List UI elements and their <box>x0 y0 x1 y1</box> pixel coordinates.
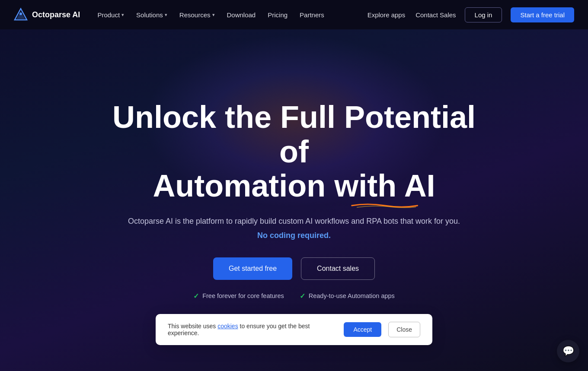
nav-right: Explore apps Contact Sales Log in Start … <box>368 7 574 22</box>
hero-buttons: Get started free Contact sales <box>110 257 478 280</box>
chevron-down-icon: ▾ <box>165 12 167 18</box>
cookies-link[interactable]: cookies <box>217 323 238 330</box>
hero-title-highlight: with AI <box>334 169 435 203</box>
checkmark-icon-1: ✓ <box>193 292 199 300</box>
chevron-down-icon: ▾ <box>121 12 124 18</box>
start-trial-button[interactable]: Start a free trial <box>511 7 574 22</box>
navbar: Octoparse AI Product ▾ Solutions ▾ Resou… <box>0 0 588 29</box>
nav-links: Product ▾ Solutions ▾ Resources ▾ Downlo… <box>97 11 324 19</box>
nav-pricing[interactable]: Pricing <box>268 11 288 19</box>
get-started-button[interactable]: Get started free <box>213 257 292 280</box>
check-item-1: ✓ Free forever for core features <box>193 292 284 300</box>
svg-point-2 <box>19 13 22 15</box>
logo-text: Octoparse AI <box>32 10 80 19</box>
close-cookie-button[interactable]: Close <box>388 322 420 337</box>
chat-icon: 💬 <box>562 346 574 357</box>
login-button[interactable]: Log in <box>465 7 502 22</box>
hero-subtitle-bold: No coding required. <box>110 231 478 240</box>
chat-button[interactable]: 💬 <box>557 340 579 362</box>
hero-content: Unlock the Full Potential of Automation … <box>99 100 489 300</box>
hero-title: Unlock the Full Potential of Automation … <box>110 100 478 203</box>
nav-product[interactable]: Product ▾ <box>97 11 124 19</box>
nav-partners[interactable]: Partners <box>300 11 324 19</box>
logo-icon <box>14 8 28 22</box>
cookie-text: This website uses cookies to ensure you … <box>168 323 337 336</box>
nav-solutions[interactable]: Solutions ▾ <box>136 11 167 19</box>
cookie-banner: This website uses cookies to ensure you … <box>156 314 432 345</box>
check-item-2: ✓ Ready-to-use Automation apps <box>300 292 395 300</box>
accept-cookie-button[interactable]: Accept <box>344 322 381 337</box>
nav-left: Octoparse AI Product ▾ Solutions ▾ Resou… <box>14 8 324 22</box>
underline-decoration <box>334 202 435 209</box>
checkmark-icon-2: ✓ <box>300 292 305 300</box>
nav-resources[interactable]: Resources ▾ <box>179 11 215 19</box>
nav-right-links: Explore apps Contact Sales <box>368 11 456 19</box>
logo[interactable]: Octoparse AI <box>14 8 80 22</box>
nav-contact-sales[interactable]: Contact Sales <box>415 11 456 19</box>
nav-explore-apps[interactable]: Explore apps <box>368 11 406 19</box>
chevron-down-icon: ▾ <box>212 12 215 18</box>
nav-download[interactable]: Download <box>227 11 256 19</box>
hero-checks: ✓ Free forever for core features ✓ Ready… <box>110 292 478 300</box>
contact-sales-button[interactable]: Contact sales <box>301 257 375 280</box>
hero-subtitle: Octoparse AI is the platform to rapidly … <box>110 215 478 228</box>
